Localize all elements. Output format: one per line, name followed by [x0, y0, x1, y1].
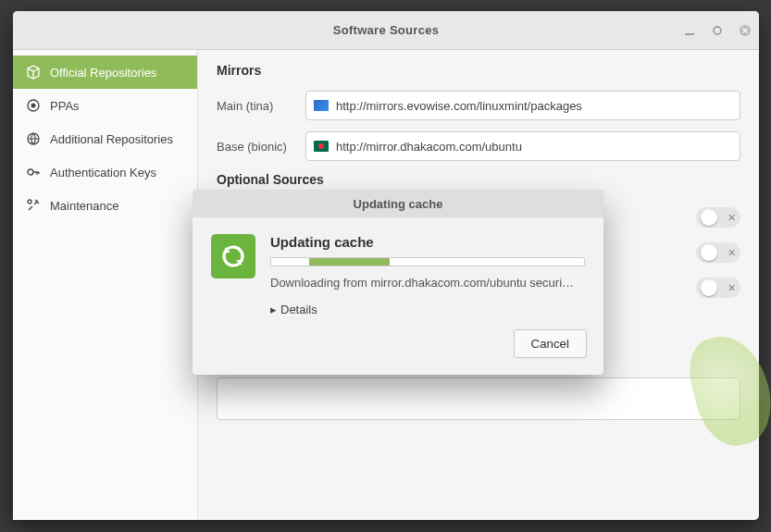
- optional-sources-heading: Optional Sources: [217, 172, 740, 187]
- progress-fill: [309, 258, 391, 266]
- sidebar: Official Repositories PPAs Additional Re…: [13, 50, 198, 520]
- sidebar-item-label: Authentication Keys: [50, 166, 156, 179]
- dialog-body: Updating cache Downloading from mirror.d…: [193, 217, 603, 329]
- chevron-right-icon: ▸: [270, 303, 277, 316]
- dialog-actions: Cancel: [193, 329, 603, 375]
- sidebar-item-maintenance[interactable]: Maintenance: [13, 189, 197, 222]
- mirror-row-base: Base (bionic) http://mirror.dhakacom.com…: [217, 131, 740, 161]
- sidebar-item-authentication-keys[interactable]: Authentication Keys: [13, 155, 197, 189]
- svg-point-1: [714, 27, 721, 34]
- minimize-icon[interactable]: [683, 24, 696, 37]
- refresh-icon: [211, 234, 255, 278]
- mirror-field-main[interactable]: http://mirrors.evowise.com/linuxmint/pac…: [305, 91, 740, 120]
- window-controls: [683, 11, 752, 50]
- sidebar-item-ppas[interactable]: PPAs: [13, 89, 197, 122]
- mirror-label-main: Main (tina): [217, 99, 292, 113]
- decor-leaf: [682, 328, 771, 453]
- sidebar-item-additional-repositories[interactable]: Additional Repositories: [13, 122, 197, 155]
- toggle-off-icon: ✕: [727, 247, 736, 259]
- toggle-off-icon: ✕: [727, 212, 736, 224]
- tools-icon: [26, 198, 41, 213]
- toggle-knob: [701, 244, 717, 261]
- svg-point-6: [28, 169, 33, 175]
- empty-field[interactable]: [217, 377, 740, 420]
- dialog-status: Downloading from mirror.dhakacom.com/ubu…: [270, 276, 585, 290]
- maximize-icon[interactable]: [711, 24, 724, 37]
- cancel-button[interactable]: Cancel: [514, 329, 588, 358]
- mirror-url: http://mirror.dhakacom.com/ubuntu: [336, 140, 522, 154]
- box-icon: [26, 65, 41, 80]
- globe-icon: [26, 131, 41, 146]
- key-icon: [26, 165, 41, 179]
- svg-point-4: [31, 104, 36, 108]
- sidebar-item-official-repositories[interactable]: Official Repositories: [13, 56, 197, 89]
- dialog-title: Updating cache: [193, 190, 603, 217]
- updating-cache-dialog: Updating cache Updating cache Downloadin…: [193, 190, 603, 375]
- details-label: Details: [280, 303, 317, 316]
- dialog-heading: Updating cache: [270, 234, 585, 250]
- flag-icon: [314, 141, 329, 152]
- sidebar-item-label: Additional Repositories: [50, 132, 173, 146]
- mirror-row-main: Main (tina) http://mirrors.evowise.com/l…: [217, 91, 740, 120]
- mirror-field-base[interactable]: http://mirror.dhakacom.com/ubuntu: [305, 131, 740, 161]
- close-icon[interactable]: [739, 24, 752, 37]
- window-title: Software Sources: [333, 23, 440, 37]
- mirror-label-base: Base (bionic): [217, 140, 292, 154]
- flag-icon: [314, 100, 329, 111]
- mirror-url: http://mirrors.evowise.com/linuxmint/pac…: [336, 99, 582, 113]
- toggle-knob: [701, 209, 717, 226]
- sidebar-item-label: Maintenance: [50, 199, 118, 213]
- svg-point-7: [28, 200, 31, 204]
- sidebar-item-label: PPAs: [50, 99, 80, 113]
- details-expander[interactable]: ▸ Details: [270, 303, 585, 316]
- toggle-knob: [701, 279, 717, 296]
- toggle-switch[interactable]: ✕: [696, 242, 740, 263]
- toggle-switch[interactable]: ✕: [696, 207, 740, 228]
- progress-bar: [270, 257, 585, 266]
- dialog-main: Updating cache Downloading from mirror.d…: [270, 234, 585, 316]
- record-icon: [26, 98, 41, 113]
- toggle-off-icon: ✕: [727, 282, 736, 294]
- toggle-switch[interactable]: ✕: [696, 278, 740, 298]
- titlebar: Software Sources: [13, 11, 759, 50]
- mirrors-heading: Mirrors: [217, 63, 740, 78]
- sidebar-item-label: Official Repositories: [50, 66, 156, 80]
